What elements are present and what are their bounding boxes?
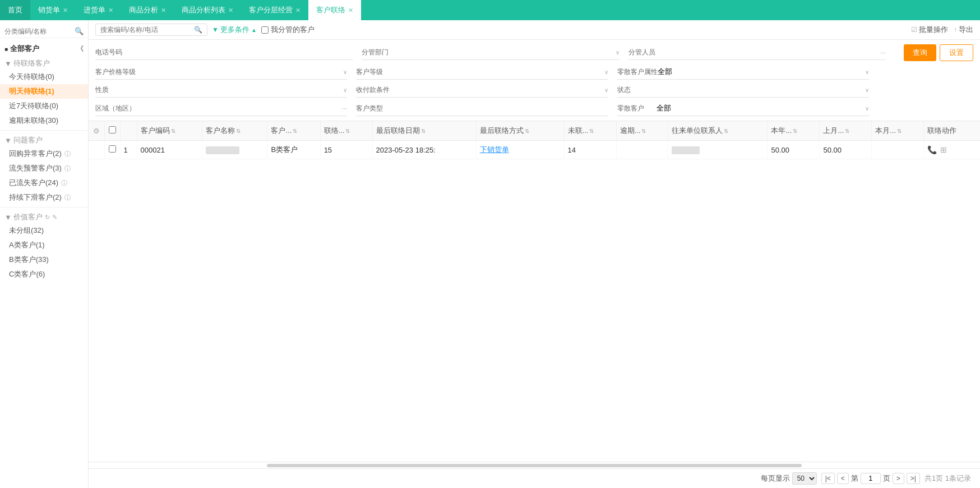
col-overdue[interactable]: 逾期...⇅ [616,121,668,141]
filter-manager[interactable]: 分管人员 ··· [628,45,886,60]
sidebar-group-pending[interactable]: ▼ 待联络客户 [0,56,88,70]
sort-icon: ⇅ [641,128,646,134]
collapse-icon[interactable]: 《 [77,44,84,54]
sidebar-group-problem[interactable]: ▼ 问题客户 [0,133,88,146]
col-index [120,121,137,141]
nav-sales-order[interactable]: 销货单 ✕ [30,0,76,20]
edit-icon[interactable]: ✎ [52,214,57,221]
col-checkbox[interactable] [104,121,120,141]
nav-close-icon[interactable]: ✕ [161,7,166,14]
row-action: 📞 ⊞ [924,141,980,159]
row-checkbox[interactable] [104,141,120,159]
my-customers-checkbox-wrap[interactable]: 我分管的客户 [261,25,315,35]
sort-icon: ⇅ [897,128,902,134]
first-page-button[interactable]: |< [821,473,835,484]
sidebar-item-overdue[interactable]: 逾期未联络(30) [0,113,88,128]
page-size-wrap: 每页显示 50 [761,472,817,485]
col-contact[interactable]: 联络...⇅ [320,121,372,141]
page-unit: 页 [883,473,890,484]
col-last-contact-date[interactable]: 最后联络日期⇅ [372,121,476,141]
nav-close-icon[interactable]: ✕ [228,7,233,14]
refresh-icon[interactable]: ↻ [45,214,50,221]
nav-close-icon[interactable]: ✕ [295,7,301,14]
page-number-input[interactable] [861,473,881,484]
col-unit-contact[interactable]: 往来单位联系人⇅ [668,121,768,141]
nav-home[interactable]: 首页 [0,0,30,20]
filter-payment[interactable]: 收付款条件 ∨ [356,83,608,98]
filter-status[interactable]: 状态 ∨ [617,83,869,98]
sidebar-item-tomorrow[interactable]: 明天待联络(1) [0,84,88,99]
filter-retail-attr[interactable]: 零散客户属性 全部 ∨ [617,65,869,80]
sidebar-all-customers[interactable]: ■ 全部客户 《 [0,40,88,56]
search-icon[interactable]: 🔍 [194,26,202,34]
sort-icon: ⇅ [793,128,797,134]
filter-nature[interactable]: 性质 ∨ [95,83,347,98]
sidebar-search-wrap: 🔍 [0,25,88,38]
col-this-year[interactable]: 本年...⇅ [768,121,820,141]
sidebar-item-churned[interactable]: 已流失客户(24) ⓘ [0,176,88,190]
last-page-button[interactable]: >| [907,473,920,484]
sidebar-item-today[interactable]: 今天待联络(0) [0,70,88,84]
sidebar-group-value[interactable]: ▼ 价值客户 ↻ ✎ [0,210,88,223]
nav-close-icon[interactable]: ✕ [108,7,113,14]
select-all-checkbox[interactable] [109,126,116,133]
col-name[interactable]: 客户名称⇅ [202,121,267,141]
horizontal-scrollbar[interactable] [267,464,802,467]
batch-op-button[interactable]: ☑ 批量操作 [911,25,948,35]
nav-close-icon[interactable]: ✕ [63,7,68,14]
sidebar-item-churn-warning[interactable]: 流失预警客户(3) ⓘ [0,161,88,176]
info-icon: ⓘ [64,194,71,201]
filter-retail-customer[interactable]: 零散客户 全部 ∨ [617,101,869,116]
more-conditions-button[interactable]: ▼ 更多条件 ▲ [212,25,257,35]
row-code: 000021 [137,141,202,159]
filter-price-level[interactable]: 客户价格等级 ∨ [95,65,347,80]
next-page-button[interactable]: > [893,473,904,484]
nav-customer-contact[interactable]: 客户联络 ✕ [308,0,361,20]
sort-icon: ⇅ [171,128,175,134]
nav-product-analysis[interactable]: 商品分析 ✕ [121,0,174,20]
search-input[interactable] [100,26,194,34]
page-size-select[interactable]: 50 [792,472,817,485]
sidebar-item-abnormal[interactable]: 回购异常客户(2) ⓘ [0,146,88,161]
prev-page-button[interactable]: < [837,473,849,484]
sidebar-item-a-class[interactable]: A类客户(1) [0,238,88,252]
row-last-contact-way[interactable]: 下销货单 [476,141,564,159]
filter-customer-level[interactable]: 客户等级 ∨ [356,65,608,80]
query-button[interactable]: 查询 [904,44,936,61]
nav-product-analysis-list[interactable]: 商品分析列表 ✕ [174,0,241,20]
table-wrap: ⚙ 客户编码⇅ 客户名称⇅ 客户...⇅ 联络...⇅ 最后联络日期⇅ 最后联络… [89,121,980,462]
filter-row-4: 区域（地区） ··· 客户类型 零散客户 全部 ∨ [95,101,973,116]
col-no-contact[interactable]: 未联...⇅ [564,121,616,141]
phone-input[interactable] [135,49,353,57]
advanced-filter-panel: 电话号码 分管部门 ∨ 分管人员 ··· 查询 设置 [89,40,980,121]
col-this-month[interactable]: 本月...⇅ [872,121,924,141]
col-code[interactable]: 客户编码⇅ [137,121,202,141]
col-last-contact-way[interactable]: 最后联络方式⇅ [476,121,564,141]
more-icon[interactable]: ··· [341,104,347,112]
grid-action-icon[interactable]: ⊞ [940,145,947,154]
sidebar-item-ungrouped[interactable]: 未分组(32) [0,223,88,238]
row-contact: 15 [320,141,372,159]
my-customers-checkbox[interactable] [261,26,269,34]
sidebar-item-b-class[interactable]: B类客户(33) [0,252,88,267]
export-button[interactable]: ↑ 导出 [954,25,973,35]
sidebar-item-declining[interactable]: 持续下滑客户(2) ⓘ [0,190,88,205]
nav-close-icon[interactable]: ✕ [348,7,353,14]
nav-customer-tier[interactable]: 客户分层经营 ✕ [241,0,308,20]
sidebar-search-input[interactable] [4,27,73,35]
filter-customer-type[interactable]: 客户类型 [356,102,608,116]
filter-dept[interactable]: 分管部门 ∨ [362,45,619,60]
set-button[interactable]: 设置 [940,44,973,61]
horizontal-scrollbar-area [89,462,980,468]
filter-region[interactable]: 区域（地区） ··· [95,102,347,116]
row-select-checkbox[interactable] [109,145,116,153]
sidebar-item-c-class[interactable]: C类客户(6) [0,267,88,282]
nav-purchase-order[interactable]: 进货单 ✕ [76,0,121,20]
more-icon[interactable]: ··· [880,49,886,57]
phone-action-icon[interactable]: 📞 [927,145,937,154]
col-type[interactable]: 客户...⇅ [267,121,320,141]
sidebar-item-7days[interactable]: 近7天待联络(0) [0,99,88,113]
sidebar-search-icon[interactable]: 🔍 [75,27,84,35]
col-setting[interactable]: ⚙ [89,121,104,141]
col-last-month[interactable]: 上月...⇅ [820,121,872,141]
